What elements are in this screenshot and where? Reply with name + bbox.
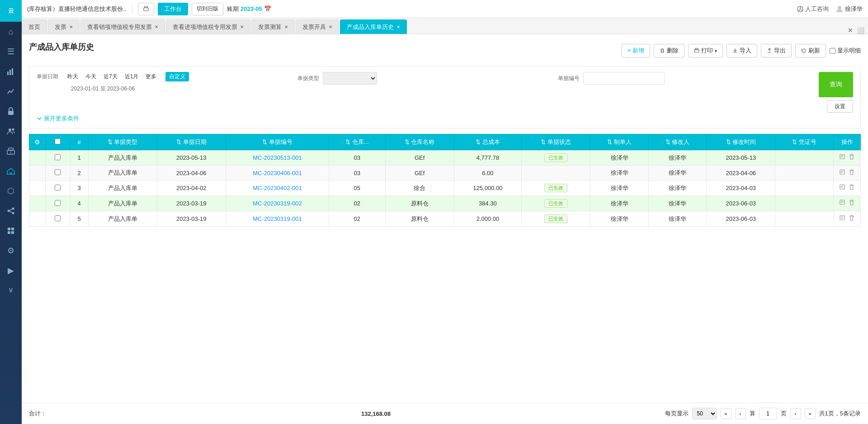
page-size-select[interactable]: 50 100 200 [692, 408, 717, 419]
page-input[interactable] [759, 408, 777, 419]
print-dropdown-icon[interactable]: ▾ [715, 48, 717, 53]
row-checkbox[interactable] [55, 215, 61, 221]
sidebar-item-version[interactable]: V [0, 281, 22, 300]
row-edit-icon[interactable] [839, 214, 849, 224]
row-edit-icon[interactable] [839, 184, 849, 193]
tab-open-invoice[interactable]: 发票开具 ✕ [296, 19, 339, 34]
filter-type-select[interactable]: 产品入库单 [323, 72, 377, 85]
row-delete-icon[interactable] [848, 199, 855, 208]
th-creator[interactable]: ⇅ 制单人 [590, 134, 649, 150]
row-checkbox[interactable] [55, 200, 61, 206]
row-delete-icon[interactable] [848, 184, 855, 193]
tab-product-history[interactable]: 产成品入库单历史 ✕ [340, 19, 407, 34]
delete-button[interactable]: 删除 [654, 44, 684, 57]
tab-open-invoice-close[interactable]: ✕ [329, 24, 332, 29]
expand-icon[interactable]: ⬜ [857, 27, 864, 34]
tab-calc[interactable]: 发票测算 ✕ [251, 19, 295, 34]
tab-invoice-close[interactable]: ✕ [69, 24, 73, 29]
th-status[interactable]: ⇅ 单据状态 [522, 134, 590, 150]
sidebar-item-stamp[interactable]: ⬡ [0, 181, 22, 201]
show-desc-checkbox[interactable] [830, 48, 835, 54]
new-button[interactable]: + 新增 [622, 44, 650, 57]
print-btn-topbar[interactable] [138, 3, 154, 15]
filter-yesterday[interactable]: 昨天 [66, 72, 80, 81]
row-number[interactable]: MC-20230406-001 [226, 166, 329, 181]
th-settings[interactable]: ⚙ [29, 134, 46, 150]
th-modify-time[interactable]: ⇅ 修改时间 [707, 134, 775, 150]
row-number[interactable]: MC-20230402-001 [226, 181, 329, 196]
next-page-btn[interactable]: › [790, 408, 801, 419]
th-total-cost[interactable]: ⇅ 总成本 [454, 134, 521, 150]
row-checkbox-cell[interactable] [46, 150, 71, 166]
import-button[interactable]: 导入 [726, 44, 757, 57]
row-checkbox-cell[interactable] [46, 196, 71, 211]
th-warehouse-code[interactable]: ⇅ 仓库... [329, 134, 386, 150]
sidebar-item-contacts[interactable] [0, 121, 22, 141]
filter-more[interactable]: 更多 [144, 72, 158, 81]
first-page-btn[interactable]: « [721, 408, 731, 419]
sidebar-item-inventory[interactable] [0, 141, 22, 161]
row-checkbox-cell[interactable] [46, 211, 71, 227]
tab-invoice[interactable]: 发票 ✕ [48, 19, 80, 34]
tab-product-history-close[interactable]: ✕ [396, 24, 400, 29]
row-checkbox-cell[interactable] [46, 181, 71, 196]
row-edit-icon[interactable] [839, 169, 849, 178]
refresh-button[interactable]: 刷新 [795, 44, 826, 57]
row-checkbox-cell[interactable] [46, 166, 71, 181]
tab-check-sales[interactable]: 查看销项增值税专用发票 ✕ [80, 19, 165, 34]
filter-custom-btn[interactable]: 自定义 [165, 72, 189, 81]
filter-1month[interactable]: 近1月 [123, 72, 141, 81]
th-voucher[interactable]: ⇅ 凭证号 [775, 134, 834, 150]
tab-check-purchase[interactable]: 查看进项增值税专用发票 ✕ [166, 19, 250, 34]
row-number[interactable]: MC-20230319-002 [226, 196, 329, 211]
reset-button[interactable]: 设置 [827, 100, 853, 113]
sidebar-item-settings[interactable]: ⚙ [0, 241, 22, 261]
sidebar-item-lock[interactable] [0, 101, 22, 121]
row-number[interactable]: MC-20230319-001 [226, 211, 329, 227]
user-info[interactable]: 徐泽华 [836, 5, 863, 13]
sidebar-item-video[interactable]: ▶ [0, 261, 22, 281]
filter-expand[interactable]: 展开更多条件 [37, 114, 853, 123]
tab-check-purchase-close[interactable]: ✕ [240, 24, 244, 29]
th-type[interactable]: ⇅ 单据类型 [88, 134, 157, 150]
row-checkbox[interactable] [55, 185, 61, 191]
period-calendar-icon[interactable]: 📅 [264, 5, 271, 12]
select-all-checkbox[interactable] [55, 138, 61, 144]
row-delete-icon[interactable] [848, 153, 855, 162]
settings-icon[interactable]: ⚙ [34, 138, 40, 146]
row-edit-icon[interactable] [839, 153, 849, 162]
company-name[interactable]: (库存核算）直播轻绝通信息技术股份... ▾ [27, 5, 127, 13]
sidebar-item-analytics[interactable] [0, 81, 22, 101]
sidebar-item-chart[interactable] [0, 62, 22, 81]
row-checkbox[interactable] [55, 169, 61, 175]
row-edit-icon[interactable] [839, 199, 849, 208]
ai-service[interactable]: 人 人工咨询 [797, 5, 829, 13]
row-checkbox[interactable] [55, 154, 61, 160]
prev-page-btn[interactable]: ‹ [735, 408, 746, 419]
row-delete-icon[interactable] [848, 214, 855, 224]
row-number[interactable]: MC-20230513-001 [226, 150, 329, 166]
sidebar-item-home[interactable]: ⌂ [0, 22, 22, 42]
last-page-btn[interactable]: » [805, 408, 816, 419]
tab-calc-close[interactable]: ✕ [284, 24, 288, 29]
export-button[interactable]: 导出 [761, 44, 792, 57]
print-button[interactable]: 打印 ▾ [688, 44, 723, 57]
filter-number-input[interactable] [583, 72, 665, 85]
filter-today[interactable]: 今天 [84, 72, 98, 81]
sidebar-item-warehousing[interactable] [0, 161, 22, 181]
th-warehouse-name[interactable]: ⇅ 仓库名称 [385, 134, 454, 150]
th-modifier[interactable]: ⇅ 修改人 [648, 134, 707, 150]
th-number[interactable]: ⇅ 单据编号 [226, 134, 329, 150]
search-button[interactable]: 查询 [819, 72, 853, 97]
sidebar-item-docs[interactable]: ☰ [0, 42, 22, 62]
switch-old-btn[interactable]: 切到旧版 [192, 3, 223, 15]
sidebar-item-workflow[interactable] [0, 201, 22, 221]
close-all-icon[interactable]: ✕ [848, 27, 853, 34]
th-date[interactable]: ⇅ 单据日期 [157, 134, 226, 150]
workspace-button[interactable]: 工作台 [158, 3, 188, 15]
row-delete-icon[interactable] [848, 169, 855, 178]
th-checkbox[interactable] [46, 134, 71, 150]
filter-7days[interactable]: 近7天 [102, 72, 119, 81]
tab-home[interactable]: 首页 [22, 19, 47, 34]
sidebar-item-app[interactable] [0, 221, 22, 241]
